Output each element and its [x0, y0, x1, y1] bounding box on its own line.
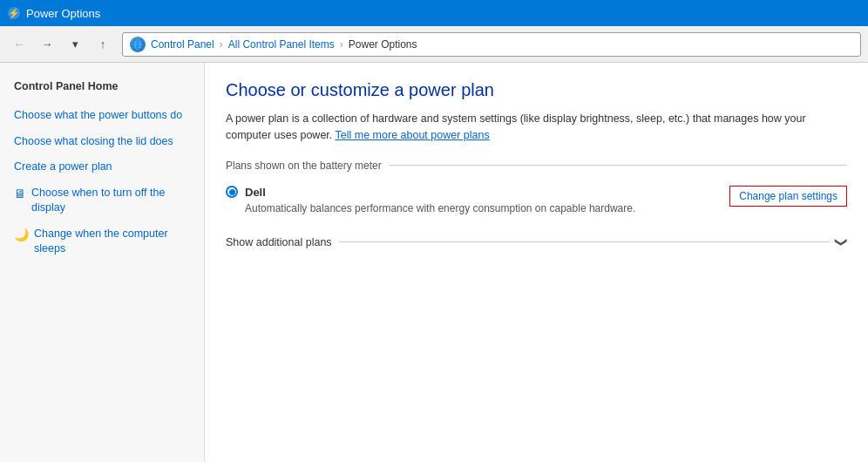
content-area: Choose or customize a power plan A power…: [205, 63, 868, 462]
globe-icon: [130, 37, 146, 52]
back-button[interactable]: ←: [7, 32, 31, 57]
show-additional-label: Show additional plans: [226, 236, 332, 248]
show-additional-plans[interactable]: Show additional plans ❯: [226, 235, 847, 249]
plan-row-dell: Dell Automatically balances performance …: [226, 180, 847, 220]
address-sep-2: ›: [340, 38, 343, 51]
plan-name: Dell: [245, 186, 266, 199]
titlebar: ⚡ Power Options: [0, 0, 868, 26]
address-breadcrumb-1: Control Panel: [151, 38, 214, 51]
sidebar-item-computer-sleeps[interactable]: 🌙 Change when the computer sleeps: [0, 221, 204, 262]
sidebar-item-turn-off-display[interactable]: 🖥 Choose when to turn off the display: [0, 180, 204, 221]
main-area: Control Panel Home Choose what the power…: [0, 63, 868, 462]
svg-text:⚡: ⚡: [8, 7, 20, 19]
sidebar-item-power-buttons[interactable]: Choose what the power buttons do: [0, 103, 204, 129]
plan-radio-dell[interactable]: [226, 186, 238, 198]
navbar: ← → ▾ ↑ Control Panel › All Control Pane…: [0, 26, 868, 63]
titlebar-title: Power Options: [26, 7, 100, 20]
chevron-down-icon[interactable]: ❯: [835, 237, 849, 248]
titlebar-power-icon: ⚡: [7, 6, 21, 20]
monitor-icon: 🖥: [14, 186, 26, 203]
sleep-icon: 🌙: [14, 227, 29, 244]
address-bar[interactable]: Control Panel › All Control Panel Items …: [122, 32, 861, 57]
sidebar-home[interactable]: Control Panel Home: [0, 73, 204, 103]
sidebar-item-create-plan[interactable]: Create a power plan: [0, 154, 204, 180]
up-button[interactable]: ↑: [91, 32, 115, 57]
plan-description: Automatically balances performance with …: [245, 202, 635, 214]
page-title: Choose or customize a power plan: [226, 80, 847, 100]
content-description: A power plan is a collection of hardware…: [226, 111, 818, 144]
forward-button[interactable]: →: [35, 32, 59, 57]
change-plan-settings-button[interactable]: Change plan settings: [729, 186, 847, 207]
plans-section-header: Plans shown on the battery meter: [226, 160, 847, 172]
plan-name-row: Dell: [226, 186, 635, 199]
plan-left: Dell Automatically balances performance …: [226, 186, 635, 214]
address-breadcrumb-2: All Control Panel Items: [228, 38, 335, 51]
address-breadcrumb-3: Power Options: [349, 38, 417, 51]
sidebar-item-closing-lid[interactable]: Choose what closing the lid does: [0, 129, 204, 155]
plans-section: Plans shown on the battery meter Dell Au…: [226, 160, 847, 249]
recent-locations-button[interactable]: ▾: [63, 32, 87, 57]
address-sep-1: ›: [220, 38, 223, 51]
tell-more-link[interactable]: Tell me more about power plans: [336, 129, 490, 141]
sidebar: Control Panel Home Choose what the power…: [0, 63, 205, 462]
show-additional-divider: [339, 241, 830, 242]
